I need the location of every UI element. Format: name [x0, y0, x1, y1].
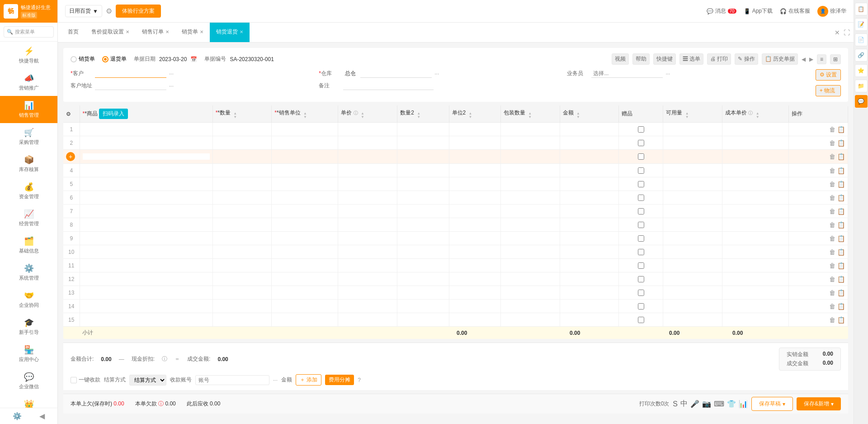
qty2-cell[interactable] — [397, 245, 449, 259]
unit-cell[interactable] — [272, 191, 338, 205]
radio-sale-bill[interactable]: 销货单 — [71, 55, 95, 63]
amount-sort-icon[interactable]: ▲▼ — [576, 112, 580, 119]
avail-sort-icon[interactable]: ▲▼ — [685, 112, 689, 119]
qty-cell[interactable] — [212, 300, 272, 313]
pack-cell[interactable] — [500, 136, 560, 150]
scan-btn[interactable]: 扫码录入 — [99, 109, 128, 119]
qty2-cell[interactable] — [397, 150, 449, 164]
qty-cell[interactable] — [212, 259, 272, 272]
tool2-icon[interactable]: 🎤 — [690, 400, 699, 408]
gift-checkbox[interactable] — [638, 290, 644, 296]
settings-bottom-btn[interactable]: ⚙️ — [13, 412, 22, 420]
amount-cell[interactable] — [560, 232, 619, 245]
qty2-cell[interactable] — [397, 191, 449, 205]
available-cell[interactable] — [663, 259, 722, 272]
tab-close-icon[interactable]: ✕ — [200, 29, 203, 34]
amount-cell[interactable] — [560, 164, 619, 177]
discount-info-icon[interactable]: ⓘ — [162, 355, 167, 363]
delete-row-btn[interactable]: 🗑 — [829, 262, 835, 269]
tab-sale-bill[interactable]: 销货单 ✕ — [175, 23, 210, 42]
cost-price-cell[interactable] — [722, 136, 789, 150]
cost-price-cell[interactable] — [722, 259, 789, 272]
price-cell[interactable] — [338, 272, 397, 286]
amount-cell[interactable] — [560, 259, 619, 272]
cost-price-cell[interactable] — [722, 272, 789, 286]
unit-cell[interactable] — [272, 136, 338, 150]
delete-row-btn[interactable]: 🗑 — [829, 289, 835, 296]
copy-row-btn[interactable]: 📋 — [837, 235, 845, 242]
unit2-cell[interactable] — [449, 205, 500, 218]
delete-row-btn[interactable]: 🗑 — [829, 181, 835, 188]
collapse-btn[interactable]: ◀ — [39, 412, 45, 420]
amount-cell[interactable] — [560, 177, 619, 191]
qty2-cell[interactable] — [397, 286, 449, 300]
qty2-cell[interactable] — [397, 232, 449, 245]
nav-next-icon[interactable]: ▶ — [809, 56, 813, 62]
available-cell[interactable] — [663, 136, 722, 150]
price-cell[interactable] — [338, 286, 397, 300]
price-cell[interactable] — [338, 259, 397, 272]
price-info-icon[interactable]: ⓘ — [354, 110, 358, 115]
pack-cell[interactable] — [500, 245, 560, 259]
remark-input[interactable] — [343, 81, 434, 90]
online-service-btn[interactable]: 🎧 在线客服 — [780, 7, 810, 15]
qty2-cell[interactable] — [397, 136, 449, 150]
unit-cell[interactable] — [272, 123, 338, 136]
delete-row-btn[interactable]: 🗑 — [829, 126, 835, 133]
qty-cell[interactable] — [212, 164, 272, 177]
available-cell[interactable] — [663, 123, 722, 136]
topbar-gear-icon[interactable]: ⚙ — [106, 7, 112, 15]
unit-cell[interactable] — [272, 313, 338, 327]
right-panel-btn-2[interactable]: 📝 — [855, 18, 868, 31]
pack-cell[interactable] — [500, 177, 560, 191]
shortcut-btn[interactable]: 快捷键 — [653, 53, 676, 65]
gift-checkbox[interactable] — [638, 208, 644, 214]
pack-cell[interactable] — [500, 300, 560, 313]
search-button[interactable]: 🔍 搜索菜单 — [4, 26, 54, 38]
unit2-cell[interactable] — [449, 300, 500, 313]
pack-cell[interactable] — [500, 150, 560, 164]
cost-sort-icon[interactable]: ▲▼ — [756, 112, 760, 119]
qty-cell[interactable] — [212, 136, 272, 150]
unit-cell[interactable] — [272, 205, 338, 218]
gift-checkbox[interactable] — [638, 317, 644, 323]
tab-close-icon[interactable]: ✕ — [165, 29, 169, 34]
unit-sort-icon[interactable]: ▲▼ — [303, 112, 307, 119]
copy-row-btn[interactable]: 📋 — [837, 208, 845, 215]
salesperson-dots-btn[interactable]: ··· — [665, 71, 670, 77]
copy-row-btn[interactable]: 📋 — [837, 276, 845, 283]
cost-price-cell[interactable] — [722, 218, 789, 232]
pack-cell[interactable] — [500, 205, 560, 218]
right-panel-btn-1[interactable]: 📋 — [855, 3, 868, 15]
gift-checkbox[interactable] — [638, 126, 644, 133]
calc-method-select[interactable]: 结算方式 — [129, 375, 166, 386]
radio-return-bill[interactable]: 退货单 — [102, 55, 127, 63]
price-cell[interactable] — [338, 136, 397, 150]
right-panel-btn-4[interactable]: 🔗 — [855, 49, 868, 62]
available-cell[interactable] — [663, 177, 722, 191]
amount-cell[interactable] — [560, 300, 619, 313]
copy-row-btn[interactable]: 📋 — [837, 262, 845, 269]
price-cell[interactable] — [338, 313, 397, 327]
available-cell[interactable] — [663, 218, 722, 232]
available-cell[interactable] — [663, 286, 722, 300]
pack-cell[interactable] — [500, 232, 560, 245]
gift-checkbox[interactable] — [638, 195, 644, 201]
unit2-cell[interactable] — [449, 259, 500, 272]
pack-cell[interactable] — [500, 272, 560, 286]
price-cell[interactable] — [338, 123, 397, 136]
grid-view-btn[interactable]: ⊞ — [830, 54, 841, 64]
close-tab-btn[interactable]: ✕ — [835, 29, 840, 36]
unit-cell[interactable] — [272, 272, 338, 286]
unit-cell[interactable] — [272, 286, 338, 300]
sidebar-item-appstore[interactable]: 🏪 应用中心 — [0, 340, 57, 367]
amount-cell[interactable] — [560, 313, 619, 327]
save-draft-btn[interactable]: 保存草稿 ▾ — [751, 397, 793, 411]
trial-btn[interactable]: 体验行业方案 — [116, 5, 161, 18]
sidebar-item-system[interactable]: ⚙️ 系统管理 — [0, 259, 57, 286]
sidebar-item-enterprise[interactable]: 🤝 企业协同 — [0, 286, 57, 313]
copy-row-btn[interactable]: 📋 — [837, 303, 845, 310]
right-panel-btn-3[interactable]: 📄 — [855, 33, 868, 46]
delete-row-btn[interactable]: 🗑 — [829, 235, 835, 242]
gift-checkbox[interactable] — [638, 181, 644, 187]
